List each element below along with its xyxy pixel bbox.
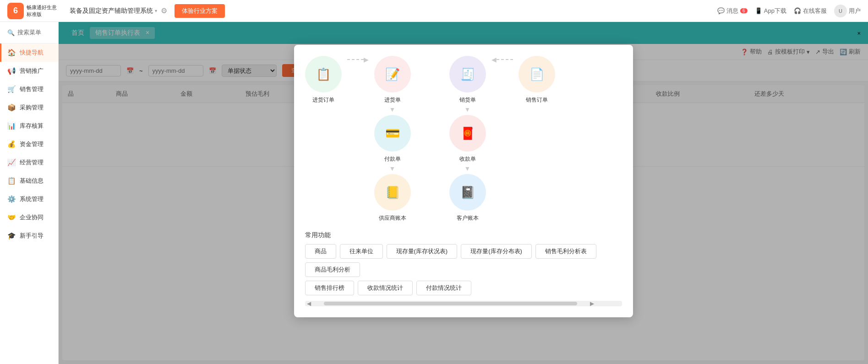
flow-col-payment: 💳 付款单 ▼ 📒 供应商账本 [374,115,411,222]
customer-ledger-node[interactable]: 📓 [449,174,486,211]
nav-item-basic-info[interactable]: 📋 基础信息 [0,172,58,190]
func-buttons-row1: 商品 往来单位 现存量(库存状况表) 现存量(库存分布表) 销售毛利分析表 商品… [305,244,622,277]
search-icon: 🔍 [7,29,15,36]
nav-item-purchase[interactable]: 📦 采购管理 [0,98,58,117]
message-badge: 6 [740,8,748,13]
nav-item-inventory[interactable]: 📊 库存核算 [0,117,58,135]
top-right: 💬 消息 6 📱 App下载 🎧 在线客服 U 用户 [717,5,861,17]
nav-item-system[interactable]: ⚙️ 系统管理 [0,190,58,208]
headset-icon: 🎧 [794,7,801,14]
nav-item-sales[interactable]: 🛒 销售管理 [0,80,58,98]
nav-item-operations[interactable]: 📈 经营管理 [0,153,58,172]
common-func-section: 常用功能 商品 往来单位 现存量(库存状况表) 现存量(库存分布表) 销售毛利分… [305,231,622,295]
arrow-down-receipt: ▼ [464,106,471,113]
enterprise-icon: 🤝 [7,213,16,222]
purchase-icon: 📦 [7,103,16,112]
payment-bill-node[interactable]: 💳 [374,115,411,152]
app-download-item[interactable]: 📱 App下载 [755,7,786,15]
nav-item-marketing[interactable]: 📢 营销推广 [0,62,58,80]
inventory-icon: 📊 [7,121,16,130]
app-download-icon: 📱 [755,7,762,14]
purchase-bill-node[interactable]: 📝 [374,56,411,92]
nav-item-quick-nav[interactable]: 🏠 快捷导航 [0,43,58,62]
func-btn-payment-stats[interactable]: 付款情况统计 [416,281,471,295]
main-area: 🔍 搜索菜单 🏠 快捷导航 📢 营销推广 🛒 销售管理 📦 采购管理 [0,22,868,364]
avatar: U [834,5,847,17]
func-btn-trading-unit[interactable]: 往来单位 [340,244,383,259]
flow-col-receipt: 🧧 收款单 ▼ 📓 客户账本 [449,115,486,222]
arrow-down-payment: ▼ [389,106,396,113]
settings-icon[interactable]: ⚙ [161,6,167,15]
logo-area: 6 畅康通好生意 标准版 [7,3,66,19]
beginner-icon: 🎓 [7,231,16,240]
message-icon: 💬 [717,7,725,14]
flow-col-sales-bill: 🧾 销货单 ▼ 🧧 收款单 ▼ 📓 [449,56,486,222]
flow-col-purchase-order: 📋 进货订单 [305,56,342,104]
search-menu-button[interactable]: 🔍 搜索菜单 [4,27,55,38]
flow-col-supplier: 📒 供应商账本 [374,174,411,222]
system-title: 装备及固定资产辅助管理系统 ▾ [70,7,157,15]
basic-info-icon: 📋 [7,176,16,185]
func-btn-receipt-stats[interactable]: 收款情况统计 [358,281,413,295]
flow-col-customer: 📓 客户账本 [449,174,486,222]
arrow-down-customer: ▼ [464,165,471,172]
func-btn-sales-gross[interactable]: 销售毛利分析表 [535,244,596,259]
func-buttons-row2: 销售排行榜 收款情况统计 付款情况统计 [305,281,622,295]
operations-icon: 📈 [7,158,16,167]
message-item[interactable]: 💬 消息 6 [717,7,748,15]
content-area: 首页 销售订单执行表 × × ❓ 帮助 🖨 按模板打印 ▾ [59,22,868,364]
online-service-item[interactable]: 🎧 在线客服 [794,7,827,15]
home-icon: 🏠 [7,48,16,57]
arrow-sales-order-to-bill: ◀ [491,56,513,72]
scroll-left-arrow[interactable]: ◀ [305,301,313,306]
logo-text: 畅康通好生意 标准版 [27,4,57,17]
flow-col-sales-order: 📄 销售订单 [519,56,555,104]
func-btn-inventory-dist[interactable]: 现存量(库存分布表) [461,244,532,259]
finance-icon: 💰 [7,140,16,149]
trial-button[interactable]: 体验行业方案 [175,4,225,18]
user-item[interactable]: U 用户 [834,5,861,17]
modal-scrollbar: ◀ ▶ [305,301,622,306]
sidebar: 🔍 搜索菜单 🏠 快捷导航 📢 营销推广 🛒 销售管理 📦 采购管理 [0,22,59,364]
scrollbar-thumb[interactable] [324,302,578,305]
func-btn-product-gross[interactable]: 商品毛利分析 [305,262,360,277]
arrow-down-supplier: ▼ [389,165,396,172]
func-btn-sales-rank[interactable]: 销售排行榜 [305,281,354,295]
supplier-ledger-node[interactable]: 📒 [374,174,411,211]
scroll-right-arrow[interactable]: ▶ [588,301,596,306]
purchase-order-node[interactable]: 📋 [305,56,342,92]
logo-icon: 6 [7,3,24,19]
sidebar-search: 🔍 搜索菜单 [0,22,58,43]
system-dropdown-icon[interactable]: ▾ [155,8,157,13]
nav-item-beginner[interactable]: 🎓 新手引导 [0,227,58,245]
marketing-icon: 📢 [7,66,16,76]
nav-item-enterprise[interactable]: 🤝 企业协同 [0,208,58,227]
flow-col-purchase-bill: 📝 进货单 ▼ 💳 付款单 ▼ 📒 [374,56,411,222]
sales-icon: 🛒 [7,85,16,94]
system-icon: ⚙️ [7,195,16,204]
top-bar: 6 畅康通好生意 标准版 装备及固定资产辅助管理系统 ▾ ⚙ 体验行业方案 💬 … [0,0,868,22]
func-btn-product[interactable]: 商品 [305,244,336,259]
func-btn-inventory-status[interactable]: 现存量(库存状况表) [387,244,458,259]
sales-order-node[interactable]: 📄 [519,56,555,92]
arrow-purchase-order-to-bill: ▶ [347,56,369,72]
quick-nav-modal: 📋 进货订单 ▶ 📝 进货单 ▼ [294,45,633,317]
sales-bill-node[interactable]: 🧾 [449,56,486,92]
app-container: 6 畅康通好生意 标准版 装备及固定资产辅助管理系统 ▾ ⚙ 体验行业方案 💬 … [0,0,868,364]
nav-item-finance[interactable]: 💰 资金管理 [0,135,58,153]
receipt-bill-node[interactable]: 🧧 [449,115,486,152]
